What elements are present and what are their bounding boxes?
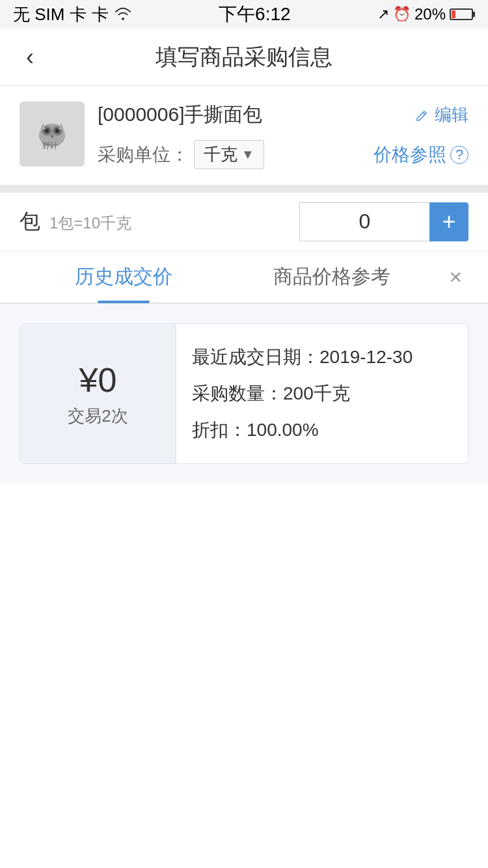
battery-icon [450,8,475,20]
card-price-section: ¥0 交易2次 [20,324,176,463]
quantity-section: 包 1包=10千克 + [0,193,488,251]
card-details-section: 最近成交日期：2019-12-30 采购数量：200千克 折扣：100.00% [176,324,468,463]
quantity-left: 包 1包=10千克 [20,208,131,236]
section-divider [0,185,488,193]
discount-value: 100.00% [247,420,319,440]
carrier-label: 无 SIM 卡 [13,3,87,26]
svg-point-6 [56,129,59,132]
svg-point-5 [46,129,48,132]
discount-label: 折扣： [192,420,247,440]
card-latest-date-row: 最近成交日期：2019-12-30 [192,344,452,371]
sim-card-icon: 卡 [92,3,109,26]
edit-button[interactable]: 编辑 [415,103,468,126]
tabs-header: 历史成交价 商品价格参考 × [0,251,488,303]
alarm-icon: ⏰ [393,6,411,23]
product-title: 手撕面包 [184,103,262,125]
latest-date-label: 最近成交日期： [192,347,319,367]
price-reference-button[interactable]: 价格参照 ? [373,142,468,167]
latest-date-value: 2019-12-30 [319,347,413,367]
page-rest [0,483,488,868]
product-image-icon: 野计 [33,113,72,156]
back-button[interactable]: ‹ [20,37,40,77]
status-left: 无 SIM 卡 卡 [13,3,132,26]
battery-percent: 20% [414,5,446,23]
unit-value: 千克 [204,143,237,166]
status-time: 下午6:12 [219,2,291,27]
cards-area: ¥0 交易2次 最近成交日期：2019-12-30 采购数量：200千克 折扣：… [0,304,488,483]
purchase-qty-value: 200千克 [283,383,350,403]
quantity-unit-label: 包 [20,208,40,236]
page-title: 填写商品采购信息 [156,42,332,72]
tab-history-price[interactable]: 历史成交价 [20,251,228,303]
svg-point-7 [51,134,53,138]
price-ref-help-icon: ? [450,146,468,164]
quantity-hint: 1包=10千克 [49,213,131,234]
card-purchase-qty-row: 采购数量：200千克 [192,380,452,407]
unit-dropdown[interactable]: 千克 ▼ [194,140,264,169]
product-id: [0000006] [98,103,184,125]
card-discount-row: 折扣：100.00% [192,416,452,444]
tab-close-button[interactable]: × [442,258,468,296]
history-card: ¥0 交易2次 最近成交日期：2019-12-30 采购数量：200千克 折扣：… [20,323,468,464]
product-thumbnail: 野计 [20,102,85,167]
quantity-plus-button[interactable]: + [429,202,468,241]
edit-label: 编辑 [435,103,468,126]
tab-price-reference[interactable]: 商品价格参考 [228,251,436,303]
wifi-icon [114,5,132,25]
card-price-value: ¥0 [79,360,117,400]
quantity-input[interactable] [299,202,429,241]
tab-price-ref-label: 商品价格参考 [273,264,390,290]
card-trades-count: 交易2次 [68,405,128,427]
svg-text:野计: 野计 [42,141,58,150]
nav-bar: ‹ 填写商品采购信息 [0,29,488,86]
tab-history-label: 历史成交价 [75,264,172,290]
location-icon: ↗ [377,6,389,23]
unit-dropdown-arrow: ▼ [241,147,254,162]
status-right: ↗ ⏰ 20% [377,5,475,23]
quantity-control: + [299,202,468,241]
unit-label: 采购单位： 千克 ▼ [98,140,264,169]
product-info: [0000006]手撕面包 编辑 采购单位： 千克 ▼ [98,102,468,169]
product-name: [0000006]手撕面包 [98,102,262,128]
tab-active-indicator [98,301,150,303]
tabs-section: 历史成交价 商品价格参考 × [0,251,488,304]
price-ref-label: 价格参照 [373,142,446,167]
product-section: 野计 [0000006]手撕面包 编辑 [0,86,488,185]
status-bar: 无 SIM 卡 卡 下午6:12 ↗ ⏰ 20% [0,0,488,29]
purchase-qty-label: 采购数量： [192,383,283,403]
